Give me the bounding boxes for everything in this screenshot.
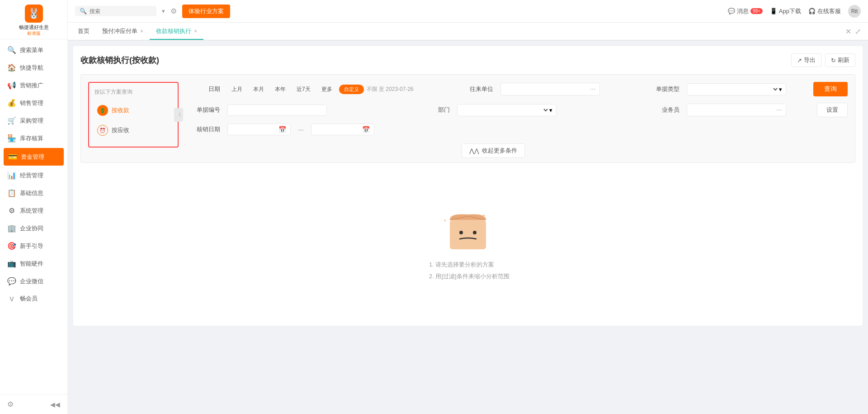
tabs-bar: 首页 预付冲应付单 × 收款核销执行 × ✕ ⤢ [68, 23, 868, 41]
doc-type-dropdown[interactable] [691, 86, 779, 93]
date-btn-more[interactable]: 更多 [317, 84, 336, 95]
sidebar-item-purchase[interactable]: 🛒 采购管理 [0, 112, 67, 129]
sidebar-settings-icon[interactable]: ⚙ [7, 400, 14, 409]
sidebar-item-quick-nav[interactable]: 🏠 快捷导航 [0, 59, 67, 76]
export-button[interactable]: ↗ 导出 [791, 53, 821, 67]
verify-date-start-input[interactable]: 2023-03-01 📅 [227, 124, 291, 135]
marketing-icon: 📢 [7, 81, 16, 90]
app-icon: 📱 [770, 8, 777, 14]
settings-button[interactable]: 设置 [817, 103, 848, 117]
doc-number-input[interactable] [227, 105, 327, 116]
sidebar-item-vip[interactable]: V 畅会员 [0, 290, 67, 307]
query-button[interactable]: 查询 [813, 82, 848, 96]
header-dropdown-icon[interactable]: ▾ [162, 8, 165, 14]
logo-icon: 🐰 [25, 5, 43, 23]
sidebar-item-enterprise[interactable]: 🏢 企业协同 [0, 219, 67, 237]
verify-date-end-field[interactable]: 2023-07-21 [315, 126, 360, 133]
page-inner: 收款核销执行(按收款) ↗ 导出 ↻ 刷新 按以下 [73, 46, 863, 326]
service-icon: 🎧 [808, 8, 816, 14]
svg-point-2 [473, 231, 476, 234]
doc-number-field[interactable] [231, 107, 323, 114]
date-btn-this-year[interactable]: 本年 [271, 84, 290, 95]
panel-collapse-arrow[interactable]: 《 [174, 108, 183, 122]
date-btn-this-month[interactable]: 本月 [249, 84, 268, 95]
page-toolbar: ↗ 导出 ↻ 刷新 [791, 53, 855, 67]
sidebar-item-marketing[interactable]: 📢 营销推广 [0, 76, 67, 94]
tab-receipts-close[interactable]: × [194, 28, 197, 34]
doc-type-select[interactable]: ▾ [687, 83, 786, 95]
header-search-input[interactable] [90, 8, 144, 14]
user-avatar: Rit [848, 5, 861, 18]
close-window-icon[interactable]: ✕ [845, 27, 851, 36]
message-button[interactable]: 💬 消息 99+ [728, 7, 763, 15]
svg-text:✦: ✦ [443, 218, 447, 223]
verify-date-start-field[interactable]: 2023-03-01 [231, 126, 277, 133]
calendar-start-icon[interactable]: 📅 [278, 126, 286, 133]
dept-select[interactable]: ▾ [457, 104, 557, 116]
tab-prepay[interactable]: 预付冲应付单 × [96, 24, 150, 40]
sidebar-item-inventory[interactable]: 🏪 库存核算 [0, 129, 67, 147]
message-badge: 99+ [750, 8, 763, 14]
sidebar-item-sales[interactable]: 💰 销售管理 [0, 94, 67, 112]
filter-row-1: 日期 上月 本月 本年 近7天 更多 自定义 不限 至 2023-07-26 [193, 82, 848, 96]
header-search-box[interactable]: 🔍 [75, 6, 156, 16]
refresh-button[interactable]: ↻ 刷新 [825, 53, 855, 67]
search-menu-icon: 🔍 [7, 46, 16, 54]
user-profile-button[interactable]: Rit [848, 5, 861, 18]
app-download-button[interactable]: 📱 App下载 [770, 7, 801, 15]
sidebar-item-guide[interactable]: 🎯 新手引导 [0, 237, 67, 255]
filter-row-3: 核销日期 2023-03-01 📅 — 2023-07-21 📅 [193, 124, 848, 135]
empty-text: 请先选择要分析的方案 用[过滤]条件来缩小分析范围 [426, 259, 509, 282]
query-option-by-receivable[interactable]: ⏰ 按应收 [93, 121, 174, 139]
chevron-down-icon: ▾ [779, 86, 782, 93]
counterparty-field[interactable] [505, 86, 588, 93]
tab-receipts[interactable]: 收款核销执行 × [150, 24, 203, 40]
sidebar-item-search[interactable]: 🔍 搜索菜单 [0, 41, 67, 59]
industry-solution-button[interactable]: 体验行业方案 [182, 5, 230, 18]
date-btn-7days[interactable]: 近7天 [292, 84, 315, 95]
date-btn-custom[interactable]: 自定义 [339, 85, 364, 94]
basic-info-icon: 📋 [7, 189, 16, 197]
empty-state-image: ✦ ✦ [441, 206, 495, 252]
date-btn-last-month[interactable]: 上月 [227, 84, 246, 95]
query-option-by-receipt[interactable]: 💲 按收款 [93, 101, 174, 119]
wechat-icon: 💬 [7, 277, 16, 286]
customer-service-button[interactable]: 🎧 在线客服 [808, 7, 841, 15]
tab-home[interactable]: 首页 [71, 24, 96, 40]
header-actions: 💬 消息 99+ 📱 App下载 🎧 在线客服 Rit [728, 5, 861, 18]
dept-dropdown[interactable] [461, 106, 549, 114]
collapse-more-button[interactable]: ⋀⋀ 收起更多条件 [462, 143, 525, 158]
verify-date-end-input[interactable]: 2023-07-21 📅 [311, 124, 374, 135]
by-receipt-icon: 💲 [97, 105, 108, 116]
top-header: 🔍 ▾ ⚙ 体验行业方案 💬 消息 99+ 📱 App下载 🎧 在线客服 R [68, 0, 868, 23]
tab-window-buttons: ✕ ⤢ [845, 27, 864, 36]
counterparty-input[interactable]: ··· [500, 83, 600, 95]
date-separator: — [298, 126, 304, 133]
salesperson-field[interactable] [691, 107, 774, 114]
funds-icon: 💳 [8, 152, 17, 161]
sidebar-item-system[interactable]: ⚙ 系统管理 [0, 202, 67, 219]
sidebar-item-basic-info[interactable]: 📋 基础信息 [0, 184, 67, 202]
salesperson-input[interactable]: ··· [687, 104, 786, 116]
counterparty-more-icon[interactable]: ··· [590, 85, 596, 93]
sidebar-collapse-icon[interactable]: ◀◀ [50, 401, 60, 408]
salesperson-more-icon[interactable]: ··· [776, 106, 782, 114]
tab-prepay-close[interactable]: × [140, 28, 143, 34]
sidebar-item-funds[interactable]: 💳 资金管理 [4, 148, 64, 166]
expand-window-icon[interactable]: ⤢ [855, 27, 861, 36]
hardware-icon: 📺 [7, 259, 16, 268]
calendar-end-icon[interactable]: 📅 [362, 126, 370, 133]
dept-chevron-icon: ▾ [549, 107, 552, 114]
header-settings-icon[interactable]: ⚙ [170, 7, 177, 15]
search-icon: 🔍 [80, 8, 87, 14]
sidebar-item-hardware[interactable]: 📺 智能硬件 [0, 255, 67, 272]
empty-illustration: ✦ ✦ [441, 206, 495, 252]
sidebar-bottom: ⚙ ◀◀ [0, 394, 67, 414]
sidebar-item-operations[interactable]: 📊 经营管理 [0, 167, 67, 184]
empty-state: ✦ ✦ 请先选择要分析的方案 用[过滤]条件来缩小分析范围 [80, 170, 855, 319]
app-logo: 🐰 畅捷通好生意 标准版 [0, 0, 67, 39]
sales-icon: 💰 [7, 99, 16, 107]
by-receivable-icon: ⏰ [97, 125, 108, 136]
doc-type-label: 单据类型 [652, 85, 679, 93]
sidebar-item-wechat[interactable]: 💬 企业微信 [0, 272, 67, 290]
